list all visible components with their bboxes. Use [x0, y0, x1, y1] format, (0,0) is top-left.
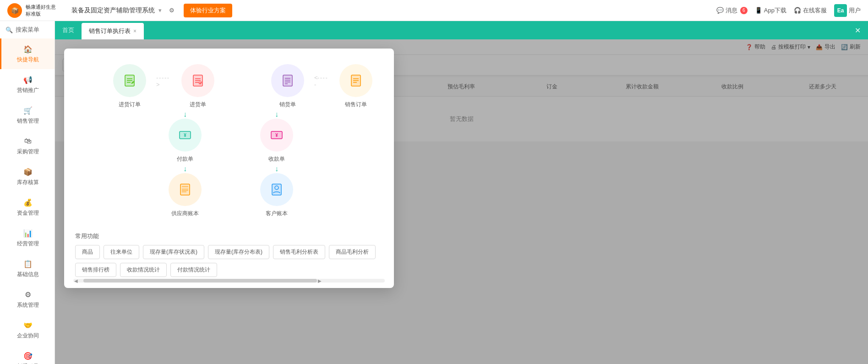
marketing-icon: 📢 — [23, 75, 33, 85]
search-menu[interactable]: 🔍 搜索菜单 — [0, 21, 55, 38]
sidebar-item-basic[interactable]: 📋 基础信息 — [0, 253, 55, 284]
func-btn-receipt-stats[interactable]: 收款情况统计 — [120, 263, 167, 277]
scrollbar-thumb[interactable] — [83, 279, 317, 283]
sidebar-item-purchase[interactable]: 🛍 采购管理 — [0, 130, 55, 161]
sidebar-item-newbie[interactable]: 🎯 新手引导 — [0, 345, 55, 364]
svg-rect-28 — [180, 184, 190, 195]
logo-area: 📦 畅康通好生意 标准版 — [7, 3, 62, 18]
supplier-ledger-circle — [169, 173, 202, 206]
sales-icon: 🛒 — [23, 105, 33, 115]
flow-node-sales-bill[interactable]: 销货单 — [261, 64, 314, 109]
tab-home[interactable]: 首页 — [55, 21, 82, 39]
func-btn-current-stock-dist[interactable]: 现存量(库存分布表) — [208, 245, 269, 259]
tab-close-main[interactable]: ✕ — [847, 21, 868, 39]
purchase-order-circle — [113, 64, 146, 97]
sidebar-item-system[interactable]: ⚙ 系统管理 — [0, 284, 55, 315]
flow-diagram: 进货订单 - - - - -> — [75, 60, 383, 227]
func-btn-partner[interactable]: 往来单位 — [104, 245, 139, 259]
sales-order-circle — [339, 64, 372, 97]
message-action[interactable]: 💬 消息 6 — [716, 6, 748, 15]
sidebar: 🔍 搜索菜单 🏠 快捷导航 📢 营销推广 🛒 销售管理 🛍 采购管理 📦 库存核… — [0, 21, 55, 364]
flow-node-supplier-ledger[interactable]: 供应商账本 — [158, 173, 213, 217]
sidebar-item-enterprise[interactable]: 🤝 企业协同 — [0, 315, 55, 345]
flow-node-receipt-bill[interactable]: ¥ 收款单 — [249, 119, 304, 163]
purchase-bill-circle — [181, 64, 214, 97]
purchase-order-label: 进货订单 — [119, 101, 141, 109]
sidebar-item-finance[interactable]: 💰 资金管理 — [0, 192, 55, 223]
main-layout: 🔍 搜索菜单 🏠 快捷导航 📢 营销推广 🛒 销售管理 🛍 采购管理 📦 库存核… — [0, 21, 868, 364]
func-btn-sales-gross-analysis[interactable]: 销售毛利分析表 — [273, 245, 325, 259]
inventory-icon: 📦 — [23, 167, 33, 177]
avatar: Ea — [834, 4, 847, 17]
user-action[interactable]: Ea 用户 — [834, 4, 861, 17]
modal-overlay[interactable]: 进货订单 - - - - -> — [55, 39, 868, 364]
sales-bill-label: 销货单 — [279, 101, 296, 109]
svg-rect-11 — [283, 75, 292, 86]
supplier-ledger-label: 供应商账本 — [171, 210, 199, 217]
sales-order-label: 销售订单 — [345, 101, 367, 109]
flow-node-sales-order[interactable]: 销售订单 — [329, 64, 383, 109]
flow-node-purchase-bill[interactable]: 进货单 — [171, 64, 225, 109]
func-buttons-row2: 销售排行榜 收款情况统计 付款情况统计 — [75, 263, 383, 277]
payment-bill-circle: ¥ — [169, 119, 202, 152]
basic-icon: 📋 — [23, 259, 33, 269]
scroll-right-arrow[interactable]: ▶ — [317, 278, 322, 283]
dropdown-icon[interactable]: ▾ — [158, 7, 162, 14]
system-name: 装备及固定资产辅助管理系统 — [71, 6, 155, 15]
app-download-action[interactable]: 📱 App下载 — [755, 6, 786, 15]
logo-text: 畅康通好生意 标准版 — [26, 4, 56, 17]
purchase-icon: 🛍 — [23, 136, 33, 146]
common-functions-title: 常用功能 — [75, 232, 383, 240]
flow-node-customer-ledger[interactable]: 客户账本 — [249, 173, 304, 217]
customer-ledger-circle — [260, 173, 293, 206]
header-right: 💬 消息 6 📱 App下载 🎧 在线客服 Ea 用户 — [716, 4, 861, 17]
tab-sales-order[interactable]: 销售订单执行表 × — [82, 23, 144, 39]
common-functions: 常用功能 商品 往来单位 现存量(库存状况表) 现存量(库存分布表) 销售毛利分… — [75, 232, 383, 277]
receipt-bill-circle: ¥ — [260, 119, 293, 152]
finance-icon: 💰 — [23, 197, 33, 207]
payment-bill-label: 付款单 — [177, 155, 193, 163]
search-icon: 🔍 — [5, 27, 13, 33]
phone-icon: 📱 — [755, 7, 762, 14]
func-btn-product-gross-analysis[interactable]: 商品毛利分析 — [329, 245, 376, 259]
enterprise-icon: 🤝 — [23, 320, 33, 330]
sidebar-item-marketing[interactable]: 📢 营销推广 — [0, 69, 55, 100]
page-content: ❓ 帮助 🖨 按模板打印 ▾ 📤 导出 🔄 刷新 — [55, 39, 868, 364]
sidebar-item-quick-nav[interactable]: 🏠 快捷导航 — [0, 38, 55, 69]
svg-text:¥: ¥ — [184, 133, 186, 138]
trial-button[interactable]: 体验行业方案 — [184, 4, 232, 17]
logo-icon: 📦 — [7, 3, 22, 18]
settings-icon[interactable]: ⚙ — [169, 7, 175, 14]
flow-node-purchase-order[interactable]: 进货订单 — [103, 64, 156, 109]
purchase-bill-label: 进货单 — [190, 101, 206, 109]
newbie-icon: 🎯 — [23, 351, 33, 361]
message-icon: 💬 — [716, 7, 724, 14]
svg-text:¥: ¥ — [275, 133, 278, 138]
message-badge: 6 — [740, 7, 748, 14]
func-btn-sales-rank[interactable]: 销售排行榜 — [75, 263, 116, 277]
func-btn-product[interactable]: 商品 — [75, 245, 100, 259]
headset-icon: 🎧 — [794, 7, 801, 14]
func-btn-current-stock-status[interactable]: 现存量(库存状况表) — [143, 245, 204, 259]
func-btn-payment-stats[interactable]: 付款情况统计 — [170, 263, 217, 277]
modal-scrollbar[interactable]: ◀ ▶ — [73, 279, 385, 283]
svg-rect-30 — [182, 186, 188, 187]
content-area: 首页 销售订单执行表 × ✕ ❓ 帮助 🖨 按模板打印 ▾ — [55, 21, 868, 364]
sidebar-item-sales[interactable]: 🛒 销售管理 — [0, 100, 55, 130]
customer-ledger-label: 客户账本 — [266, 210, 288, 217]
scroll-left-arrow[interactable]: ◀ — [73, 278, 79, 283]
func-buttons-row1: 商品 往来单位 现存量(库存状况表) 现存量(库存分布表) 销售毛利分析表 商品… — [75, 245, 383, 259]
receipt-bill-label: 收款单 — [268, 155, 285, 163]
online-service-action[interactable]: 🎧 在线客服 — [794, 6, 827, 15]
system-title: 装备及固定资产辅助管理系统 ▾ ⚙ 体验行业方案 — [71, 4, 716, 17]
sidebar-item-operation[interactable]: 📊 经营管理 — [0, 223, 55, 253]
operation-icon: 📊 — [23, 228, 33, 238]
top-header: 📦 畅康通好生意 标准版 装备及固定资产辅助管理系统 ▾ ⚙ 体验行业方案 💬 … — [0, 0, 868, 21]
tab-close-icon[interactable]: × — [133, 28, 136, 34]
tab-bar: 首页 销售订单执行表 × ✕ — [55, 21, 868, 39]
sales-bill-circle — [271, 64, 304, 97]
flow-node-payment-bill[interactable]: ¥ 付款单 — [158, 119, 213, 163]
sidebar-item-inventory[interactable]: 📦 库存核算 — [0, 161, 55, 192]
modal-box: 进货订单 - - - - -> — [64, 49, 394, 288]
system-icon: ⚙ — [23, 289, 33, 299]
